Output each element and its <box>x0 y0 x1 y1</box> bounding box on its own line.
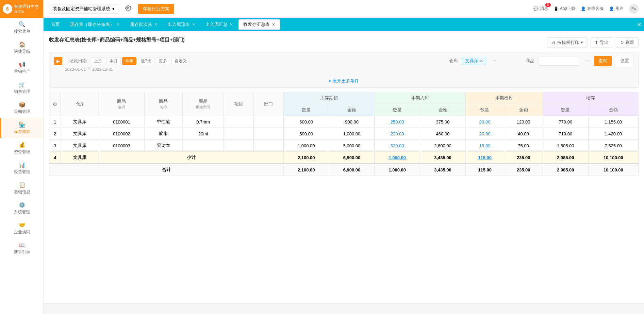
tab-stocktake-label: 收发存汇总表 <box>243 21 270 28</box>
tab-close-icon[interactable]: ✕ <box>230 22 233 27</box>
tab-close-icon[interactable]: ✕ <box>192 22 195 27</box>
row-dept <box>254 128 284 140</box>
sidebar-item-label: 资金管理 <box>14 149 30 155</box>
row-spec: 20ml <box>182 128 224 140</box>
app-download-btn[interactable]: 📱 App下载 <box>554 6 575 12</box>
row-close-amt: 7,525.00 <box>588 140 638 152</box>
row-in-qty[interactable]: 250.00 <box>375 116 420 128</box>
col-closing-header: 结存 <box>543 92 638 104</box>
sidebar-item-label: 基础信息 <box>14 189 30 195</box>
subtotal-in-qty: 1,000.00 <box>375 152 420 164</box>
date-btn-7days[interactable]: 近7天 <box>138 57 154 65</box>
tab-inventory-dist[interactable]: 现存量（库存分布表） ✕ <box>65 19 125 30</box>
print-icon: 🖨 <box>551 40 556 45</box>
row-open-amt: 5,000.00 <box>329 140 375 152</box>
col-warehouse-header: 仓库 <box>61 92 99 116</box>
online-service-btn[interactable]: 👤 在线客服 <box>581 6 604 12</box>
total-close-amt: 10,100.00 <box>588 164 638 176</box>
sidebar-item-inventory[interactable]: 🏪 库存核算 <box>0 118 43 138</box>
row-out-qty[interactable]: 20.00 <box>465 128 504 140</box>
table-row: 3 文具库 0100003 采访本 1,000.00 5,000.00 520.… <box>49 140 639 152</box>
row-spec <box>182 140 224 152</box>
date-btn-thisyear[interactable]: 本年 <box>122 57 136 65</box>
sidebar-item-purchase[interactable]: 📦 采购管理 <box>0 98 43 118</box>
tab-summary-inout[interactable]: 出入库汇总 ✕ <box>201 19 238 30</box>
col-open-amt-header: 金额 <box>329 104 375 116</box>
goods-more-btn[interactable]: ··· <box>583 58 590 64</box>
experience-btn[interactable]: 体验行业方案 <box>138 4 174 14</box>
message-btn[interactable]: 💬 消息 6 <box>533 6 548 12</box>
app-name: 畅捷通好生意 <box>14 4 39 10</box>
tab-flow[interactable]: 出入库流水 ✕ <box>163 19 200 30</box>
row-out-qty[interactable]: 15.00 <box>465 140 504 152</box>
row-open-qty: 600.00 <box>283 116 329 128</box>
tab-close-icon[interactable]: ✕ <box>154 22 158 27</box>
sidebar-item-sales[interactable]: 🛒 销售管理 <box>0 78 43 98</box>
avatar-text: Ea <box>631 6 637 11</box>
sidebar-item-enterprise[interactable]: 🤝 企业协同 <box>0 218 43 238</box>
topbar-right-actions: 💬 消息 6 📱 App下载 👤 在线客服 👤 用户 Ea <box>533 4 639 14</box>
goods-label: 商品 <box>526 58 534 64</box>
tab-batch-account[interactable]: 库存批次账 ✕ <box>125 19 162 30</box>
col-opening-header: 库存期初 <box>283 92 375 104</box>
row-in-qty[interactable]: 230.00 <box>375 128 420 140</box>
goods-input[interactable] <box>539 56 579 66</box>
warehouse-tag-close[interactable]: ✕ <box>480 59 483 63</box>
print-btn[interactable]: 🖨 按模板打印 ▾ <box>547 37 588 48</box>
date-btn-custom[interactable]: 自定义 <box>171 57 190 65</box>
query-btn[interactable]: 查询 <box>594 56 612 66</box>
tab-stocktake[interactable]: 收发存汇总表 ✕ <box>238 19 280 30</box>
refresh-icon: ↻ <box>620 40 624 45</box>
ops-icon: 📊 <box>19 162 26 168</box>
user-label: 用户 <box>615 6 624 12</box>
sales-icon: 🛒 <box>19 81 26 88</box>
row-dept <box>254 140 284 152</box>
expand-filter-btn[interactable]: ▾ 展开更多条件 <box>329 78 359 84</box>
print-btn-label: 按模板打印 <box>557 39 579 46</box>
settings-gear[interactable] <box>125 5 131 12</box>
table-settings-icon[interactable]: ⚙ <box>53 101 57 107</box>
row-close-amt: 1,155.00 <box>588 116 638 128</box>
col-spec-header: 商品规格型号 <box>182 92 224 116</box>
subtotal-close-amt: 10,100.00 <box>588 152 638 164</box>
search-icon: 🔍 <box>19 21 26 28</box>
export-btn-label: 导出 <box>600 39 609 46</box>
sidebar-item-search[interactable]: 🔍 搜索菜单 <box>0 18 43 38</box>
sidebar-item-guide[interactable]: 📖 新手引导 <box>0 238 43 259</box>
user-menu[interactable]: 👤 用户 <box>609 6 624 12</box>
sidebar-item-quicknav[interactable]: 🏠 快捷导航 <box>0 38 43 58</box>
row-code: 0100002 <box>99 128 145 140</box>
subtotal-open-amt: 6,900.00 <box>329 152 375 164</box>
tab-close-icon[interactable]: ✕ <box>272 22 275 27</box>
refresh-btn[interactable]: ↻ 刷新 <box>616 37 639 48</box>
system-selector[interactable]: 装备及固定资产辅助管理系统 ▾ <box>49 4 118 14</box>
sidebar-item-finance[interactable]: 💰 资金管理 <box>0 138 43 158</box>
warehouse-more-btn[interactable]: ··· <box>490 58 497 64</box>
filter-toggle-btn[interactable]: ▶ <box>54 57 62 65</box>
tab-close-icon[interactable]: ✕ <box>116 22 120 27</box>
download-icon: 📱 <box>554 6 559 11</box>
sidebar-item-system[interactable]: ⚙️ 系统管理 <box>0 198 43 218</box>
close-all-tabs-btn[interactable]: ✕ <box>637 21 641 28</box>
date-btn-thismonth[interactable]: 本月 <box>106 57 121 65</box>
settings-btn[interactable]: 设置 <box>616 56 633 66</box>
subtotal-close-qty: 2,985.00 <box>543 152 588 164</box>
sidebar-item-basic[interactable]: 📋 基础信息 <box>0 178 43 198</box>
app-download-label: App下载 <box>560 6 575 12</box>
date-btn-more[interactable]: 更多 <box>156 57 170 65</box>
col-out-header: 本期出库 <box>465 92 543 104</box>
topbar: 装备及固定资产辅助管理系统 ▾ 体验行业方案 💬 消息 6 📱 App下载 👤 … <box>44 0 644 18</box>
sidebar-item-marketing[interactable]: 📢 营销推广 <box>0 58 43 78</box>
export-btn[interactable]: ⬆ 导出 <box>590 37 613 48</box>
row-out-qty[interactable]: 80.00 <box>465 116 504 128</box>
date-btn-lastmonth[interactable]: 上月 <box>91 57 105 65</box>
row-in-qty[interactable]: 520.00 <box>375 140 420 152</box>
sidebar-item-operations[interactable]: 📊 经营管理 <box>0 158 43 178</box>
date-filter-label: 记账日期 <box>69 58 87 64</box>
row-in-amt: 460.00 <box>420 128 466 140</box>
tab-home[interactable]: 首页 <box>46 19 65 30</box>
user-avatar[interactable]: Ea <box>629 4 639 14</box>
row-close-qty: 770.00 <box>543 116 588 128</box>
sidebar-item-label: 企业协同 <box>14 229 30 235</box>
col-settings-header[interactable]: ⚙ <box>49 92 61 116</box>
